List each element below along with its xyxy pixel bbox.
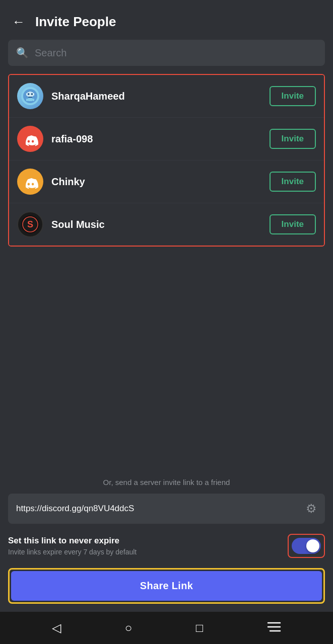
svg-point-3 — [28, 93, 30, 95]
search-input[interactable] — [35, 47, 317, 59]
invite-button-rafia[interactable]: Invite — [270, 129, 316, 149]
page-title: Invite People — [35, 14, 116, 30]
soul-avatar-image: S — [21, 215, 39, 233]
username-soul: Soul Music — [51, 219, 261, 230]
nav-home-button[interactable]: ○ — [125, 621, 132, 635]
share-link-button[interactable]: Share Link — [11, 571, 322, 601]
user-item-chinky: Chinky Invite — [9, 160, 324, 203]
back-button[interactable]: ← — [12, 14, 25, 30]
user-list: SharqaHameed Invite rafia-098 Invite Chi… — [8, 74, 325, 247]
svg-rect-7 — [33, 93, 34, 96]
user-item-sharqa: SharqaHameed Invite — [9, 75, 324, 118]
svg-point-9 — [30, 91, 31, 92]
svg-rect-12 — [33, 99, 34, 101]
invite-button-chinky[interactable]: Invite — [270, 172, 316, 192]
never-expire-toggle[interactable] — [292, 538, 321, 554]
user-item-soul: S Soul Music Invite — [9, 203, 324, 246]
expire-row: Set this link to never expire Invite lin… — [8, 534, 325, 558]
sharqa-avatar-image — [21, 87, 39, 105]
username-chinky: Chinky — [51, 176, 261, 188]
username-sharqa: SharqaHameed — [51, 91, 261, 102]
user-item-rafia: rafia-098 Invite — [9, 118, 324, 160]
never-expire-toggle-wrap — [288, 534, 325, 558]
share-link-button-wrap: Share Link — [8, 568, 325, 604]
avatar-soul: S — [17, 211, 43, 237]
nav-recents-button[interactable]: □ — [196, 621, 204, 635]
rafia-avatar-image — [21, 130, 39, 148]
header: ← Invite People — [0, 0, 333, 40]
nav-menu-button[interactable] — [267, 621, 281, 635]
or-text: Or, send a server invite link to a frien… — [8, 478, 325, 487]
toggle-knob — [306, 539, 319, 552]
search-bar: 🔍 — [8, 40, 325, 66]
svg-text:S: S — [27, 219, 33, 229]
svg-rect-10 — [28, 98, 33, 101]
svg-rect-5 — [28, 97, 32, 98]
svg-rect-6 — [26, 93, 28, 96]
invite-button-sharqa[interactable]: Invite — [270, 86, 316, 106]
expire-text: Set this link to never expire Invite lin… — [8, 536, 288, 556]
invite-link-text: https://discord.gg/qn8VU4ddcS — [16, 504, 300, 514]
invite-button-soul[interactable]: Invite — [270, 214, 316, 234]
avatar-sharqa — [17, 83, 43, 109]
svg-rect-11 — [26, 99, 28, 101]
avatar-chinky — [17, 169, 43, 195]
avatar-rafia — [17, 126, 43, 152]
nav-back-button[interactable]: ◁ — [52, 621, 61, 635]
bottom-section: Or, send a server invite link to a frien… — [0, 478, 333, 612]
username-rafia: rafia-098 — [51, 133, 261, 145]
search-icon: 🔍 — [16, 47, 29, 59]
svg-point-4 — [31, 93, 33, 95]
expire-title: Set this link to never expire — [8, 536, 288, 546]
gear-icon[interactable]: ⚙ — [306, 502, 317, 516]
chinky-avatar-image — [21, 173, 39, 191]
invite-link-container: https://discord.gg/qn8VU4ddcS ⚙ — [8, 494, 325, 524]
expire-subtitle: Invite links expire every 7 days by defa… — [8, 548, 288, 556]
android-nav-bar: ◁ ○ □ — [0, 612, 333, 644]
